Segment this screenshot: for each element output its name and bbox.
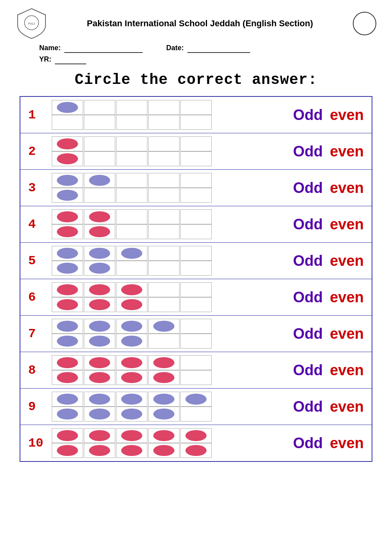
even-option[interactable]: even [330, 252, 364, 269]
answer-options: Oddeven [293, 107, 364, 124]
odd-option[interactable]: Odd [293, 180, 323, 196]
dot-cell [52, 115, 83, 130]
oval [121, 409, 142, 420]
oval [121, 357, 142, 368]
dot-cell [180, 173, 212, 188]
oval [57, 321, 78, 332]
dot-cell [52, 224, 83, 239]
dots-grid [52, 209, 212, 239]
school-logo: PISJ [16, 8, 47, 39]
header: PISJ Pakistan International School Jedda… [16, 8, 376, 39]
oval [121, 248, 142, 259]
oval [89, 430, 110, 441]
dot-cell [52, 443, 83, 458]
even-option[interactable]: even [330, 216, 364, 233]
question-number: 7 [28, 327, 52, 341]
dot-cell [84, 224, 115, 239]
dot-cell [148, 224, 180, 239]
dot-cell [116, 261, 147, 276]
odd-option[interactable]: Odd [293, 398, 323, 415]
dot-cell [84, 392, 115, 407]
answer-options: Oddeven [293, 289, 364, 306]
odd-option[interactable]: Odd [293, 107, 323, 124]
odd-option[interactable]: Odd [293, 325, 323, 342]
dot-cell [116, 334, 147, 349]
dot-cell [148, 319, 180, 334]
odd-option[interactable]: Odd [293, 252, 323, 269]
question-row: 7Oddeven [20, 316, 372, 352]
even-option[interactable]: even [330, 362, 364, 379]
dot-cell [180, 188, 212, 203]
dot-cell [148, 151, 180, 166]
even-option[interactable]: even [330, 289, 364, 306]
dot-cell [180, 224, 212, 239]
dots-grid [52, 428, 212, 458]
even-option[interactable]: even [330, 107, 364, 124]
even-option[interactable]: even [330, 180, 364, 196]
oval [89, 248, 110, 259]
oval [121, 445, 142, 456]
odd-option[interactable]: Odd [293, 143, 323, 160]
answer-options: Oddeven [293, 325, 364, 342]
oval [121, 394, 142, 405]
dot-cell [116, 209, 147, 224]
dot-cell [52, 334, 83, 349]
oval [89, 263, 110, 274]
oval [153, 394, 174, 405]
dot-cell [52, 136, 83, 151]
oval [57, 357, 78, 368]
answer-options: Oddeven [293, 362, 364, 379]
dot-cell [180, 428, 212, 443]
worksheet: 1Oddeven2Oddeven3Oddeven4Oddeven5Oddeven… [20, 96, 372, 462]
oval [57, 211, 78, 222]
oval [121, 372, 142, 383]
dot-cell [52, 428, 83, 443]
odd-option[interactable]: Odd [293, 362, 323, 379]
dot-cell [148, 443, 180, 458]
dot-cell [52, 246, 83, 261]
date-line [187, 44, 250, 53]
oval [121, 284, 142, 295]
dot-cell [116, 100, 147, 115]
oval [153, 409, 174, 420]
question-row: 4Oddeven [20, 206, 372, 243]
odd-option[interactable]: Odd [293, 435, 323, 452]
dot-cell [180, 115, 212, 130]
even-option[interactable]: even [330, 435, 364, 452]
odd-option[interactable]: Odd [293, 216, 323, 233]
dots-grid [52, 355, 212, 385]
dot-cell [84, 188, 115, 203]
dot-cell [180, 209, 212, 224]
dot-cell [148, 282, 180, 297]
dot-cell [116, 136, 147, 151]
oval [185, 394, 207, 405]
oval [89, 394, 110, 405]
dot-cell [52, 355, 83, 370]
dot-cell [84, 355, 115, 370]
oval [153, 321, 174, 332]
oval [57, 263, 78, 274]
svg-text:PISJ: PISJ [28, 22, 35, 25]
header-circle [353, 12, 376, 35]
question-number: 6 [28, 290, 52, 305]
dot-cell [52, 261, 83, 276]
oval [57, 248, 78, 259]
even-option[interactable]: even [330, 143, 364, 160]
dot-cell [84, 407, 115, 421]
dot-cell [116, 224, 147, 239]
question-number: 8 [28, 363, 52, 378]
question-row: 3Oddeven [20, 170, 372, 206]
oval [89, 226, 110, 237]
oval [121, 321, 142, 332]
question-row: 8Oddeven [20, 352, 372, 389]
even-option[interactable]: even [330, 325, 364, 342]
dot-cell [148, 297, 180, 312]
odd-option[interactable]: Odd [293, 289, 323, 306]
answer-options: Oddeven [293, 216, 364, 233]
oval [89, 445, 110, 456]
dot-cell [52, 297, 83, 312]
dot-cell [84, 100, 115, 115]
dot-cell [180, 334, 212, 349]
oval [57, 138, 78, 149]
even-option[interactable]: even [330, 398, 364, 415]
